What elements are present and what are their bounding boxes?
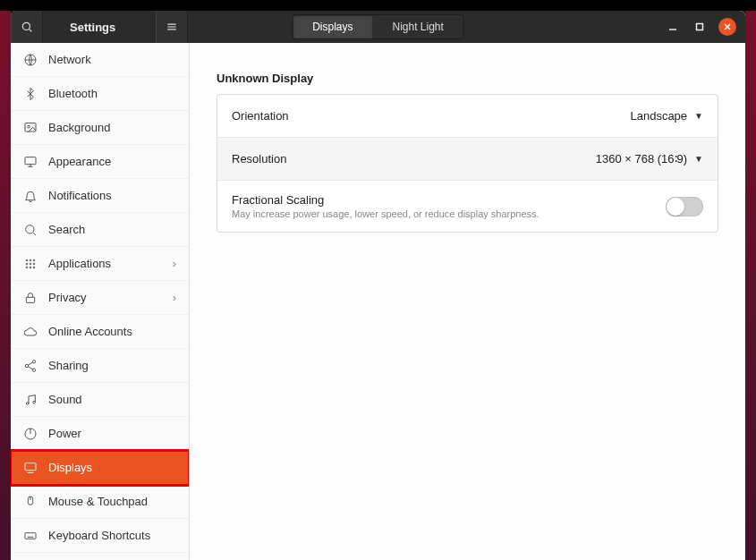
switch-knob — [667, 198, 684, 216]
display-heading: Unknown Display — [217, 72, 718, 85]
sidebar-item-label: Mouse & Touchpad — [48, 495, 148, 508]
search-icon — [23, 223, 38, 237]
globe-icon — [23, 53, 38, 67]
lock-icon — [23, 291, 38, 305]
row-orientation-value: Landscape — [630, 109, 687, 123]
sidebar-item-mouse-touchpad[interactable]: Mouse & Touchpad — [11, 485, 189, 519]
minimize-button[interactable] — [665, 19, 681, 35]
sidebar-item-label: Keyboard Shortcuts — [48, 529, 150, 542]
share-icon — [23, 359, 38, 373]
tab-displays[interactable]: Displays — [293, 15, 372, 38]
chevron-down-icon: ▼ — [694, 154, 703, 164]
titlebar-tabs: Displays Night Light — [292, 14, 464, 39]
power-icon — [23, 427, 38, 441]
keyboard-icon — [23, 529, 38, 543]
sidebar-item-background[interactable]: Background — [11, 111, 189, 145]
close-button[interactable] — [718, 18, 736, 36]
svg-point-25 — [32, 360, 35, 362]
svg-point-16 — [30, 259, 31, 261]
row-fractional-label: Fractional Scaling — [232, 193, 539, 207]
sidebar-item-label: Sharing — [48, 359, 89, 372]
sidebar-item-sharing[interactable]: Sharing — [11, 349, 189, 383]
svg-point-20 — [33, 263, 35, 265]
titlebar: Settings Displays Night Light — [11, 11, 745, 43]
svg-point-29 — [33, 401, 36, 403]
sidebar-item-bluetooth[interactable]: Bluetooth — [11, 77, 189, 111]
sidebar-item-privacy[interactable]: Privacy› — [11, 281, 189, 315]
sidebar-item-label: Network — [48, 53, 91, 66]
svg-line-14 — [33, 233, 36, 235]
main-content: Unknown Display Orientation Landscape ▼ … — [190, 43, 745, 560]
top-panel — [0, 0, 756, 11]
svg-point-13 — [26, 225, 34, 233]
sidebar-item-label: Applications — [48, 257, 111, 270]
svg-rect-35 — [25, 532, 36, 539]
svg-point-22 — [30, 267, 31, 268]
sidebar-item-label: Search — [48, 223, 85, 236]
svg-rect-24 — [26, 297, 34, 302]
music-icon — [23, 393, 38, 407]
chevron-right-icon: › — [173, 257, 176, 270]
sidebar-item-label: Bluetooth — [48, 87, 98, 100]
row-resolution[interactable]: Resolution 1360 × 768 (16∶9) ▼ — [217, 138, 718, 181]
svg-line-1 — [30, 30, 32, 32]
window-title: Settings — [43, 21, 156, 34]
search-button[interactable] — [11, 11, 43, 43]
sidebar-item-applications[interactable]: Applications› — [11, 247, 189, 281]
sidebar-item-network[interactable]: Network — [11, 43, 189, 77]
sidebar-item-power[interactable]: Power — [11, 417, 189, 451]
sidebar-item-search[interactable]: Search — [11, 213, 189, 247]
chevron-down-icon: ▼ — [694, 111, 703, 121]
sidebar-item-label: Online Accounts — [48, 325, 132, 338]
svg-point-0 — [22, 22, 30, 30]
sidebar: NetworkBluetoothBackgroundAppearanceNoti… — [11, 43, 190, 560]
row-orientation-label: Orientation — [232, 109, 289, 123]
svg-point-28 — [26, 402, 29, 404]
chevron-right-icon: › — [173, 291, 176, 304]
sidebar-item-label: Power — [48, 427, 81, 440]
cloud-icon — [23, 325, 38, 339]
hamburger-menu-button[interactable] — [156, 11, 188, 43]
svg-rect-12 — [25, 157, 36, 164]
svg-point-17 — [33, 259, 35, 261]
sidebar-item-label: Notifications — [48, 189, 112, 202]
maximize-button[interactable] — [692, 19, 708, 35]
picture-icon — [23, 121, 38, 135]
grid-icon — [23, 257, 38, 271]
sidebar-item-label: Appearance — [48, 155, 111, 168]
row-orientation[interactable]: Orientation Landscape ▼ — [217, 95, 718, 138]
display-icon — [23, 461, 38, 475]
sidebar-item-appearance[interactable]: Appearance — [11, 145, 189, 179]
sidebar-item-notifications[interactable]: Notifications — [11, 179, 189, 213]
sidebar-item-displays[interactable]: Displays — [11, 451, 189, 485]
bell-icon — [23, 189, 38, 203]
mouse-icon — [23, 495, 38, 509]
row-resolution-label: Resolution — [232, 152, 286, 165]
desktop-background-right — [745, 0, 756, 560]
sidebar-item-label: Background — [48, 121, 110, 134]
desktop-icon — [23, 155, 38, 169]
desktop-background-left — [0, 0, 11, 560]
fractional-scaling-switch[interactable] — [666, 197, 703, 216]
svg-point-11 — [28, 125, 30, 128]
svg-point-26 — [25, 364, 28, 367]
sidebar-item-label: Displays — [48, 461, 92, 474]
svg-point-21 — [26, 267, 28, 268]
tab-night-light[interactable]: Night Light — [372, 15, 463, 38]
sidebar-item-keyboard-shortcuts[interactable]: Keyboard Shortcuts — [11, 519, 189, 553]
svg-point-15 — [26, 259, 28, 261]
sidebar-item-label: Sound — [48, 393, 82, 406]
row-fractional-sub: May increase power usage, lower speed, o… — [232, 208, 539, 219]
svg-rect-6 — [697, 24, 703, 30]
sidebar-item-label: Privacy — [48, 291, 87, 304]
svg-point-19 — [30, 263, 31, 265]
svg-point-18 — [26, 263, 28, 265]
settings-window: Settings Displays Night Light NetworkBlu… — [11, 11, 745, 560]
svg-point-23 — [33, 267, 35, 268]
sidebar-item-sound[interactable]: Sound — [11, 383, 189, 417]
row-resolution-value: 1360 × 768 (16∶9) — [596, 152, 687, 165]
svg-point-27 — [32, 369, 35, 371]
sidebar-item-online-accounts[interactable]: Online Accounts — [11, 315, 189, 349]
svg-rect-32 — [25, 462, 36, 470]
row-fractional-scaling: Fractional Scaling May increase power us… — [217, 181, 718, 232]
